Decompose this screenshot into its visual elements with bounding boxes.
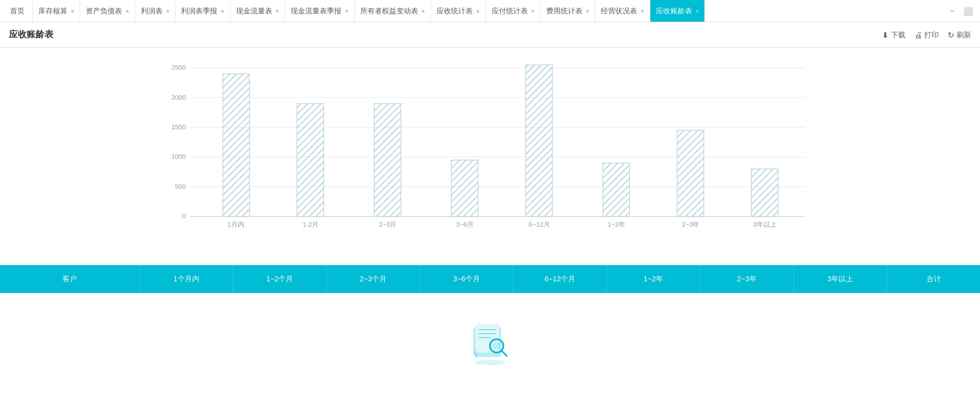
print-icon: 🖨 bbox=[914, 31, 922, 40]
bar-3-6month bbox=[452, 160, 478, 216]
tab-inventory-label: 库存核算 bbox=[38, 6, 67, 16]
maximize-button[interactable]: ⬜ bbox=[962, 6, 973, 17]
tab-cashflow-close[interactable]: × bbox=[276, 8, 279, 14]
tab-cashflow[interactable]: 现金流量表 × bbox=[231, 0, 285, 22]
tab-balance-sheet[interactable]: 资产负债表 × bbox=[80, 0, 135, 22]
tab-operation-label: 经营状况表 bbox=[601, 6, 637, 16]
tab-aging-label: 应收账龄表 bbox=[656, 6, 692, 16]
tab-equity[interactable]: 所有者权益变动表 × bbox=[355, 0, 431, 22]
chart-area: 2500 2000 1500 1000 500 0 bbox=[0, 48, 980, 265]
tab-home-label: 首页 bbox=[10, 6, 24, 16]
th-2-3month-label: 2~3个月 bbox=[360, 274, 386, 284]
download-label: 下载 bbox=[891, 30, 905, 40]
bar-1month bbox=[223, 74, 249, 217]
tab-home[interactable]: 首页 bbox=[2, 0, 33, 22]
tab-expense-stat-close[interactable]: × bbox=[586, 8, 589, 14]
table-header: 客户 1个月内 1~2个月 2~3个月 3~6个月 6~12个月 1~2年 2~… bbox=[0, 265, 980, 293]
tab-profit-label: 利润表 bbox=[141, 6, 163, 16]
tab-aging-close[interactable]: × bbox=[695, 8, 699, 14]
svg-point-29 bbox=[492, 341, 501, 350]
th-1-2month: 1~2个月 bbox=[233, 265, 327, 293]
tab-profit[interactable]: 利润表 × bbox=[135, 0, 175, 22]
th-total: 合计 bbox=[887, 265, 980, 293]
print-label: 打印 bbox=[924, 30, 939, 40]
tab-balance-close[interactable]: × bbox=[125, 8, 129, 14]
tab-cashflow-quarter-label: 现金流量表季报 bbox=[291, 6, 341, 16]
bar-6-12month bbox=[526, 65, 552, 217]
tab-equity-label: 所有者权益变动表 bbox=[360, 6, 418, 16]
tab-payable-stat[interactable]: 应付统计表 × bbox=[486, 0, 541, 22]
th-2-3year-label: 2~3年 bbox=[737, 274, 757, 284]
bar-chart: 2500 2000 1500 1000 500 0 bbox=[17, 59, 963, 237]
bar-2-3year bbox=[677, 130, 704, 217]
svg-text:3年以上: 3年以上 bbox=[753, 221, 777, 228]
svg-text:1000: 1000 bbox=[171, 153, 187, 160]
empty-illustration bbox=[462, 315, 518, 365]
svg-text:2000: 2000 bbox=[171, 94, 187, 101]
empty-icon bbox=[462, 315, 518, 360]
th-1-2year: 1~2年 bbox=[607, 265, 700, 293]
svg-text:0: 0 bbox=[182, 212, 186, 219]
tab-balance-label: 资产负债表 bbox=[86, 6, 122, 16]
download-icon: ⬇ bbox=[882, 31, 889, 40]
th-1-2year-label: 1~2年 bbox=[644, 274, 663, 284]
svg-text:1~2年: 1~2年 bbox=[607, 221, 625, 228]
svg-text:1-2月: 1-2月 bbox=[302, 221, 318, 228]
header-actions: ⬇ 下载 🖨 打印 ↻ 刷新 bbox=[882, 30, 971, 40]
tab-payable-stat-label: 应付统计表 bbox=[492, 6, 528, 16]
minimize-button[interactable]: － bbox=[947, 6, 958, 17]
th-customer-label: 客户 bbox=[62, 274, 77, 284]
tab-receivable-stat[interactable]: 应收统计表 × bbox=[431, 0, 486, 22]
th-total-label: 合计 bbox=[927, 274, 941, 284]
print-button[interactable]: 🖨 打印 bbox=[914, 30, 939, 40]
th-3plus-year-label: 3年以上 bbox=[827, 274, 853, 284]
tab-cashflow-quarter[interactable]: 现金流量表季报 × bbox=[285, 0, 354, 22]
th-2-3year: 2~3年 bbox=[700, 265, 794, 293]
svg-text:1月内: 1月内 bbox=[227, 221, 244, 228]
refresh-label: 刷新 bbox=[957, 30, 971, 40]
th-2-3month: 2~3个月 bbox=[327, 265, 420, 293]
tab-payable-stat-close[interactable]: × bbox=[531, 8, 535, 14]
svg-text:2~3月: 2~3月 bbox=[379, 221, 397, 228]
tab-operation[interactable]: 经营状况表 × bbox=[595, 0, 650, 22]
tab-operation-close[interactable]: × bbox=[640, 8, 644, 14]
tab-inventory-close[interactable]: × bbox=[71, 8, 74, 14]
tab-profit-quarter[interactable]: 利润表季报 × bbox=[175, 0, 230, 22]
th-1month-label: 1个月内 bbox=[173, 274, 199, 284]
th-6-12month-label: 6~12个月 bbox=[545, 274, 575, 284]
svg-text:500: 500 bbox=[175, 183, 186, 190]
bar-1-2year bbox=[603, 163, 630, 217]
svg-text:2~3年: 2~3年 bbox=[682, 221, 700, 228]
bar-2-3month bbox=[374, 104, 401, 217]
refresh-icon: ↻ bbox=[948, 31, 954, 40]
th-1-2month-label: 1~2个月 bbox=[266, 274, 293, 284]
th-1month: 1个月内 bbox=[140, 265, 233, 293]
empty-state bbox=[0, 293, 980, 382]
tab-profit-quarter-label: 利润表季报 bbox=[181, 6, 217, 16]
tab-profit-close[interactable]: × bbox=[166, 8, 169, 14]
main-content: 2500 2000 1500 1000 500 0 bbox=[0, 48, 980, 401]
tab-inventory[interactable]: 库存核算 × bbox=[33, 0, 80, 22]
download-button[interactable]: ⬇ 下载 bbox=[882, 30, 905, 40]
page-title: 应收账龄表 bbox=[9, 29, 53, 41]
refresh-button[interactable]: ↻ 刷新 bbox=[948, 30, 971, 40]
svg-text:6~12月: 6~12月 bbox=[528, 221, 550, 228]
svg-text:3~6月: 3~6月 bbox=[456, 221, 474, 228]
page-header: 应收账龄表 ⬇ 下载 🖨 打印 ↻ 刷新 bbox=[0, 22, 980, 48]
th-6-12month: 6~12个月 bbox=[513, 265, 607, 293]
th-3-6month-label: 3~6个月 bbox=[453, 274, 480, 284]
tab-expense-stat[interactable]: 费用统计表 × bbox=[541, 0, 595, 22]
tab-receivable-stat-close[interactable]: × bbox=[476, 8, 479, 14]
tab-profit-quarter-close[interactable]: × bbox=[220, 8, 224, 14]
svg-point-22 bbox=[474, 360, 506, 365]
tab-equity-close[interactable]: × bbox=[422, 8, 425, 14]
bar-3plus-year bbox=[751, 169, 778, 216]
th-3-6month: 3~6个月 bbox=[420, 265, 513, 293]
th-3plus-year: 3年以上 bbox=[794, 265, 888, 293]
tab-cashflow-label: 现金流量表 bbox=[236, 6, 272, 16]
window-controls: － ⬜ bbox=[947, 6, 978, 17]
svg-line-30 bbox=[502, 351, 507, 356]
tab-aging[interactable]: 应收账龄表 × bbox=[650, 0, 705, 22]
tab-cashflow-quarter-close[interactable]: × bbox=[345, 8, 348, 14]
th-customer: 客户 bbox=[0, 265, 140, 293]
